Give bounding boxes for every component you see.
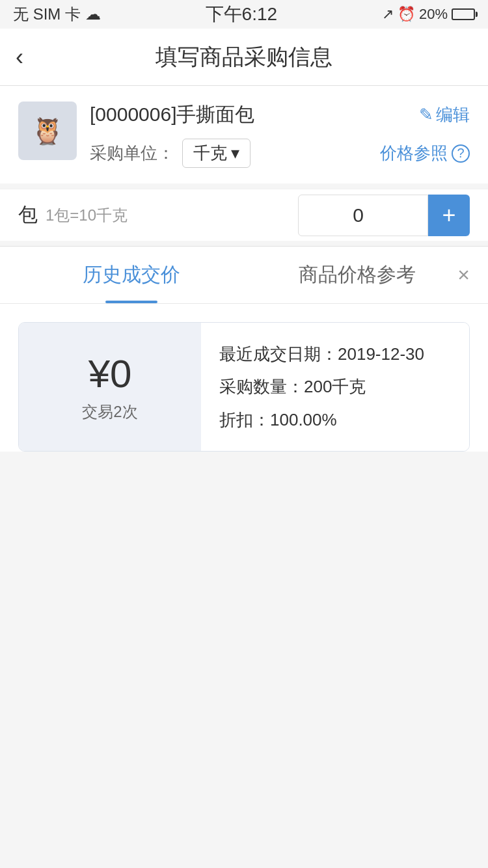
unit-label: 采购单位： [90,142,174,165]
price-card: ¥0 交易2次 最近成交日期：2019-12-30 采购数量：200千克 折扣：… [18,322,470,452]
price-summary: ¥0 交易2次 [19,323,201,451]
edit-button[interactable]: ✎ 编辑 [419,103,470,126]
back-button[interactable]: ‹ [16,44,23,71]
quantity-input-group: + [298,195,470,236]
edit-label: 编辑 [436,103,470,126]
package-label: 包 [18,202,38,228]
currency-symbol: ¥ [88,352,110,396]
discount-value: 100.00% [270,410,337,429]
battery-icon [452,8,475,20]
quantity-plus-button[interactable]: + [428,195,470,236]
product-unit-row: 采购单位： 千克 ▾ 价格参照 ? [90,139,470,168]
help-icon: ? [452,144,470,163]
battery-percent: 20% [419,6,448,23]
bottom-panel: 历史成交价 商品价格参考 × ¥0 交易2次 最近成交日期：2019-12-30… [0,246,488,452]
edit-icon: ✎ [419,105,433,125]
discount-label: 折扣： [219,410,270,429]
product-name: [0000006]手撕面包 [90,102,254,128]
tab-row: 历史成交价 商品价格参考 × [0,247,488,304]
purchase-qty-label: 采购数量： [219,377,304,396]
product-top-row: [0000006]手撕面包 ✎ 编辑 [90,102,470,128]
tab-history-price[interactable]: 历史成交价 [18,247,244,303]
tab-product-price[interactable]: 商品价格参考 [244,247,470,303]
price-details: 最近成交日期：2019-12-30 采购数量：200千克 折扣：100.00% [201,323,469,451]
quantity-input[interactable] [298,195,428,236]
recent-date-value: 2019-12-30 [338,344,424,364]
status-time: 下午6:12 [206,2,278,27]
price-number: 0 [110,352,131,396]
nav-bar: ‹ 填写商品采购信息 [0,29,488,86]
tab-product-label: 商品价格参考 [299,262,416,288]
sim-status: 无 SIM 卡 ☁ [13,4,101,25]
recent-date-label: 最近成交日期： [219,344,338,364]
status-left: 无 SIM 卡 ☁ [13,4,101,25]
location-icon: ↗ [382,6,394,23]
purchase-qty-row: 采购数量：200千克 [219,375,451,398]
tab-history-label: 历史成交价 [83,262,180,288]
purchase-qty-value: 200千克 [304,377,366,396]
status-right: ↗ ⏰ 20% [382,6,475,23]
product-icon: 🦉 [31,116,64,146]
price-reference-button[interactable]: 价格参照 ? [380,142,470,165]
product-thumbnail: 🦉 [18,102,77,160]
status-bar: 无 SIM 卡 ☁ 下午6:12 ↗ ⏰ 20% [0,0,488,29]
page-title: 填写商品采购信息 [156,42,332,72]
product-card: 🦉 [0000006]手撕面包 ✎ 编辑 采购单位： 千克 ▾ [0,86,488,183]
price-value: ¥0 [88,351,132,396]
price-ref-label: 价格参照 [380,142,448,165]
alarm-icon: ⏰ [398,6,415,23]
discount-row: 折扣：100.00% [219,408,451,431]
product-info: [0000006]手撕面包 ✎ 编辑 采购单位： 千克 ▾ 价格参照 ? [90,102,470,168]
unit-value: 千克 [193,142,227,165]
close-button[interactable]: × [457,263,470,287]
product-header: 🦉 [0000006]手撕面包 ✎ 编辑 采购单位： 千克 ▾ [18,102,470,168]
quantity-section: 包 1包=10千克 + [0,189,488,241]
recent-date-row: 最近成交日期：2019-12-30 [219,342,451,366]
unit-selector[interactable]: 千克 ▾ [182,139,251,168]
trade-count: 交易2次 [82,401,137,422]
unit-section: 采购单位： 千克 ▾ [90,139,251,168]
conversion-hint: 1包=10千克 [46,205,128,226]
dropdown-arrow-icon: ▾ [231,143,239,163]
quantity-left: 包 1包=10千克 [18,202,128,228]
